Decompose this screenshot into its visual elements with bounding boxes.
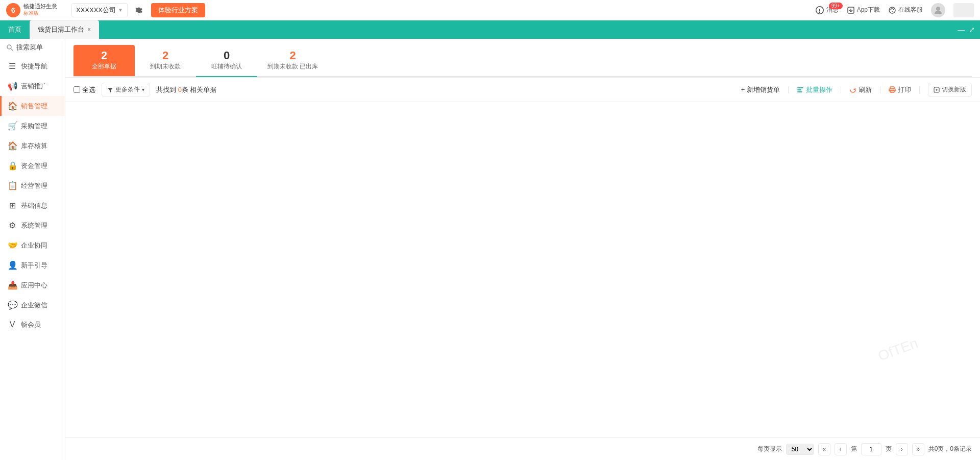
logo-area: 6 畅捷通好生意 标准版	[6, 3, 71, 17]
stat-tab-pending-confirm[interactable]: 0 旺辅待确认	[196, 45, 257, 76]
company-selector[interactable]: XXXXXX公司 ▼	[71, 3, 128, 17]
company-name: XXXXXX公司	[76, 6, 116, 15]
capital-icon: 🔒	[8, 161, 17, 171]
filter-chevron-icon: ▾	[142, 87, 144, 92]
member-icon: V	[8, 320, 17, 329]
sidebar-item-member[interactable]: V 畅会员	[0, 315, 65, 334]
divider-4	[919, 86, 920, 93]
quick-nav-label: 快捷导航	[21, 62, 47, 71]
filter-button[interactable]: 更多条件 ▾	[102, 83, 150, 96]
app-badge: 标准版	[23, 10, 57, 17]
sidebar-item-basic-info[interactable]: ⊞ 基础信息	[0, 196, 65, 215]
tab-minimize-button[interactable]: —	[958, 26, 965, 34]
messages-button[interactable]: 消息 99+	[815, 6, 839, 15]
logo-icon: 6	[6, 3, 20, 17]
sidebar-item-sales[interactable]: 🏠 销售管理	[0, 96, 65, 116]
user-avatar[interactable]	[931, 3, 945, 17]
page-label-suffix: 页	[886, 445, 892, 453]
trial-button[interactable]: 体验行业方案	[151, 3, 205, 17]
next-page-button[interactable]: ›	[896, 443, 908, 455]
first-page-button[interactable]: «	[818, 443, 830, 455]
last-page-button[interactable]: »	[912, 443, 924, 455]
sidebar-item-marketing[interactable]: 📢 营销推广	[0, 76, 65, 96]
divider-2	[841, 86, 841, 93]
pending-confirm-count: 0	[206, 49, 247, 62]
divider-1	[788, 86, 789, 93]
pagination-bar: 每页显示 50 100 200 « ‹ 第 页 › » 共0页，0条记录	[65, 438, 980, 460]
tab-maximize-button[interactable]: ⤢	[969, 26, 975, 34]
search-menu-label: 搜索菜单	[16, 43, 43, 52]
print-button[interactable]: 打印	[889, 85, 911, 94]
sidebar-item-system[interactable]: ⚙ 系统管理	[0, 215, 65, 235]
refresh-button[interactable]: 刷新	[849, 85, 872, 94]
sidebar-item-enterprise-wechat[interactable]: 💬 企业微信	[0, 295, 65, 315]
prev-page-button[interactable]: ‹	[835, 443, 847, 455]
sidebar-item-inventory[interactable]: 🏠 库存核算	[0, 136, 65, 156]
total-records-label: 共0页，0条记录	[928, 445, 972, 453]
marketing-label: 营销推广	[21, 82, 47, 91]
tab-cashflow-workbench[interactable]: 钱货日清工作台 ×	[30, 20, 99, 39]
refresh-label: 刷新	[859, 85, 872, 94]
sidebar-item-operations[interactable]: 📋 经营管理	[0, 176, 65, 196]
sidebar-item-app-center[interactable]: 📥 应用中心	[0, 275, 65, 295]
user-name-area[interactable]	[953, 3, 974, 17]
message-badge: 99+	[829, 3, 843, 9]
svg-rect-7	[797, 89, 801, 90]
sales-label: 销售管理	[21, 102, 47, 111]
stat-tab-overdue-unshipped[interactable]: 2 到期未收款 已出库	[257, 45, 328, 76]
basic-info-icon: ⊞	[8, 201, 17, 210]
switch-version-button[interactable]: 切换新版	[928, 83, 972, 96]
sidebar-item-capital[interactable]: 🔒 资金管理	[0, 156, 65, 176]
online-service-button[interactable]: 在线客服	[888, 6, 923, 14]
tab-bar: 首页 钱货日清工作台 × — ⤢	[0, 20, 980, 39]
settings-button[interactable]	[132, 3, 146, 17]
app-download-button[interactable]: App下载	[847, 6, 880, 14]
tab-cashflow-label: 钱货日清工作台	[38, 25, 84, 34]
sidebar-item-purchase[interactable]: 🛒 采购管理	[0, 116, 65, 136]
table-area	[65, 102, 980, 438]
svg-rect-8	[797, 91, 802, 92]
overdue-unshipped-label: 到期未收款 已出库	[267, 63, 318, 70]
filter-label: 更多条件	[115, 85, 140, 94]
enterprise-label: 企业协同	[21, 241, 47, 250]
enterprise-wechat-label: 企业微信	[21, 301, 47, 310]
stat-tab-overdue-unpaid[interactable]: 2 到期未收款	[135, 45, 196, 76]
toolbar: 全选 更多条件 ▾ 共找到 0条 相关单据 + 新增销货单	[65, 78, 980, 102]
page-number-input[interactable]	[861, 443, 881, 455]
svg-point-1	[889, 7, 895, 13]
chevron-down-icon: ▼	[118, 7, 123, 13]
top-header: 6 畅捷通好生意 标准版 XXXXXX公司 ▼ 体验行业方案 消息 99+ Ap	[0, 0, 980, 20]
capital-label: 资金管理	[21, 161, 47, 171]
batch-ops-label: 批量操作	[806, 85, 832, 94]
switch-version-label: 切换新版	[942, 85, 966, 94]
sidebar-item-new-user[interactable]: 👤 新手引导	[0, 255, 65, 275]
tab-home[interactable]: 首页	[0, 20, 30, 39]
new-user-label: 新手引导	[21, 261, 47, 270]
found-count: 0	[178, 86, 182, 93]
all-orders-count: 2	[84, 49, 125, 62]
app-center-label: 应用中心	[21, 281, 47, 290]
page-size-select[interactable]: 50 100 200	[786, 444, 814, 455]
toolbar-right: + 新增销货单 批量操作 刷新	[741, 83, 972, 96]
basic-info-label: 基础信息	[21, 201, 47, 210]
print-label: 打印	[898, 85, 911, 94]
logo-text-block: 畅捷通好生意 标准版	[23, 3, 57, 17]
new-sales-label: + 新增销货单	[741, 85, 780, 94]
select-all-checkbox[interactable]: 全选	[74, 85, 95, 94]
sidebar-item-enterprise[interactable]: 🤝 企业协同	[0, 235, 65, 255]
sales-icon: 🏠	[8, 101, 17, 111]
tab-close-icon[interactable]: ×	[87, 26, 91, 33]
operations-label: 经营管理	[21, 181, 47, 190]
svg-point-3	[936, 7, 940, 11]
new-sales-button[interactable]: + 新增销货单	[741, 85, 780, 94]
member-label: 畅会员	[21, 320, 41, 329]
stat-tab-all-orders[interactable]: 2 全部单据	[74, 45, 135, 76]
sidebar-item-quick-nav[interactable]: ☰ 快捷导航	[0, 56, 65, 76]
sidebar-search[interactable]: 搜索菜单	[0, 39, 65, 56]
new-user-icon: 👤	[8, 260, 17, 270]
app-download-label: App下载	[857, 6, 880, 14]
overdue-unshipped-count: 2	[267, 49, 318, 62]
select-all-input[interactable]	[74, 86, 80, 93]
batch-ops-button[interactable]: 批量操作	[797, 85, 832, 94]
app-center-icon: 📥	[8, 280, 17, 290]
